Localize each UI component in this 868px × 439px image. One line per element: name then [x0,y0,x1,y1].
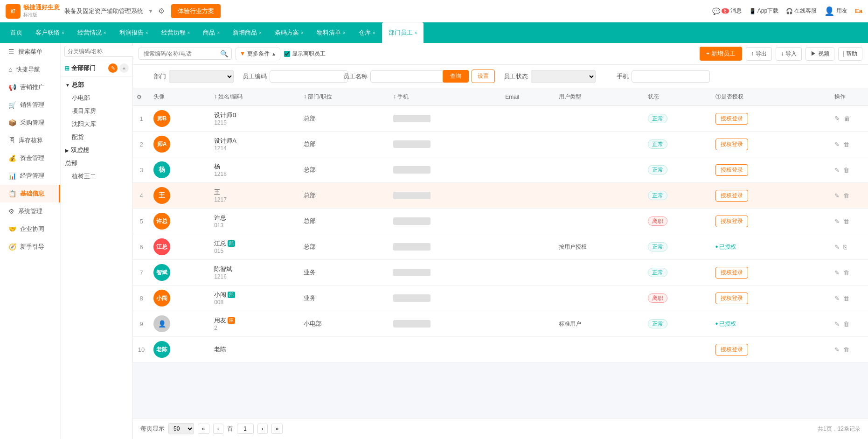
nav-sales[interactable]: 🛒销售管理 [0,96,60,114]
filter-emp-code-input[interactable] [270,70,348,83]
add-employee-button[interactable]: + 新增员工 [700,47,742,61]
help-button[interactable]: | 帮助 [838,47,862,61]
export-button[interactable]: ↑ 导出 [746,47,772,61]
edit-icon[interactable]: ✎ [834,269,840,276]
edit-icon[interactable]: ✎ [834,218,840,225]
close-icon[interactable]: × [415,30,417,35]
show-resigned-checkbox[interactable]: 显示离职员工 [284,50,326,58]
close-icon[interactable]: × [217,30,220,35]
online-service-btn[interactable]: 🎧 在线客服 [786,7,817,15]
dept-tree-node-沈阳大库[interactable]: 沈阳大库 [61,118,132,131]
auth-login-button[interactable]: 授权登录 [715,113,748,125]
close-icon[interactable]: × [146,30,148,35]
nav-collab[interactable]: 🤝企业协同 [0,220,60,238]
dept-tree-node-双虚想[interactable]: ▶双虚想 [61,144,132,157]
delete-icon[interactable]: 🗑 [843,346,849,353]
show-resigned-input[interactable] [284,51,290,57]
delete-icon[interactable]: 🗑 [843,321,849,328]
delete-icon[interactable]: 🗑 [844,115,850,122]
edit-dept-icon[interactable]: ✎ [108,63,118,73]
settings-icon[interactable]: ⚙ [158,7,165,15]
auth-login-button[interactable]: 授权登录 [715,139,748,150]
auth-login-button[interactable]: 授权登录 [715,344,748,355]
tab-条码方案[interactable]: 条码方案× [268,22,310,43]
delete-icon[interactable]: 🗑 [843,167,849,174]
search-input-icon[interactable]: 🔍 [220,50,228,57]
delete-icon[interactable]: 🗑 [843,269,849,276]
first-page-button[interactable]: « [198,424,209,434]
close-icon[interactable]: × [301,30,304,35]
dept-search-input[interactable] [64,46,141,57]
user-area[interactable]: 👤 用友 [824,6,847,16]
per-page-select[interactable]: 50 100 200 [168,423,194,434]
filter-dept-select[interactable] [169,70,234,83]
message-btn[interactable]: 💬 6 消息 [712,7,742,15]
search-btn[interactable]: 查询 [443,70,469,83]
close-icon[interactable]: × [104,30,106,35]
tab-经营情况[interactable]: 经营情况× [71,22,113,43]
copy-icon[interactable]: ⎘ [843,244,847,251]
col-dept-position[interactable]: ↕ 部门/职位 [300,88,389,106]
tab-新增商品[interactable]: 新增商品× [226,22,268,43]
auth-login-button[interactable]: 授权登录 [715,293,748,304]
edit-icon[interactable]: ✎ [834,295,840,302]
delete-icon[interactable]: 🗑 [843,141,849,148]
col-settings[interactable]: ⚙ [133,88,150,106]
import-button[interactable]: ↓ 导入 [776,47,802,61]
close-icon[interactable]: × [187,30,190,35]
nav-marketing[interactable]: 📢营销推广 [0,78,60,96]
dept-tree-node-植树王二[interactable]: 植树王二 [61,170,132,183]
nav-inventory[interactable]: 🗄库存核算 [0,132,60,149]
edit-icon[interactable]: ✎ [834,321,840,328]
tab-客户联络[interactable]: 客户联络× [29,22,71,43]
nav-search-menu[interactable]: ☰搜索菜单 [0,43,60,61]
delete-icon[interactable]: 🗑 [843,218,849,225]
close-icon[interactable]: × [373,30,375,35]
edit-icon[interactable]: ✎ [834,346,840,353]
auth-login-button[interactable]: 授权登录 [715,190,748,202]
nav-purchase[interactable]: 📦采购管理 [0,114,60,132]
close-icon[interactable]: × [259,30,262,35]
last-page-button[interactable]: » [271,424,283,434]
tab-部门员工[interactable]: 部门员工× [382,22,424,43]
edit-icon[interactable]: ✎ [834,115,840,122]
tab-利润报告[interactable]: 利润报告× [113,22,155,43]
tab-首页[interactable]: 首页 [4,22,29,43]
close-icon[interactable]: × [343,30,346,35]
auth-login-button[interactable]: 授权登录 [715,267,748,279]
dept-all-label[interactable]: 全部部门 [71,64,96,72]
filter-phone-input[interactable] [632,70,710,83]
next-page-button[interactable]: › [257,424,268,434]
dept-tree-node-总部2[interactable]: 总部 [61,157,132,170]
trial-button[interactable]: 体验行业方案 [171,4,221,18]
auth-login-button[interactable]: 授权登录 [715,164,748,176]
col-name-code[interactable]: ↕ 姓名/编码 [210,88,300,106]
dept-tree-node-项目库房[interactable]: 项目库房 [61,105,132,118]
tab-仓库[interactable]: 仓库× [352,22,382,43]
nav-guide[interactable]: 🧭新手引导 [0,238,60,256]
dept-tree-node-配货[interactable]: 配货 [61,131,132,144]
nav-finance[interactable]: 💰资金管理 [0,149,60,167]
edit-icon[interactable]: ✎ [834,192,840,199]
tab-经营历程[interactable]: 经营历程× [155,22,197,43]
tab-商品[interactable]: 商品× [196,22,226,43]
tab-物料清单[interactable]: 物料清单× [310,22,352,43]
edit-icon[interactable]: ✎ [834,244,840,251]
dept-tree-node-总部-parent[interactable]: ▼总部 [61,78,132,91]
auth-login-button[interactable]: 授权登录 [715,216,748,227]
delete-icon[interactable]: 🗑 [843,295,849,302]
nav-basic-info[interactable]: 📋基础信息 [0,185,60,202]
search-input[interactable] [139,48,232,60]
app-download-btn[interactable]: 📱 App下载 [749,7,778,15]
set-btn[interactable]: 设置 [472,70,495,83]
filter-emp-name-input[interactable] [370,70,449,83]
dropdown-arrow-icon[interactable]: ▼ [148,8,153,14]
edit-icon[interactable]: ✎ [834,141,840,148]
nav-operations[interactable]: 📊经营管理 [0,167,60,185]
page-input[interactable] [237,424,254,434]
prev-page-button[interactable]: ‹ [213,424,223,434]
filter-status-select[interactable] [531,70,596,83]
edit-icon[interactable]: ✎ [834,167,840,174]
collapse-icon[interactable]: « [119,63,129,73]
more-conditions-btn[interactable]: ▼ 更多条件 ▲ [236,48,280,60]
